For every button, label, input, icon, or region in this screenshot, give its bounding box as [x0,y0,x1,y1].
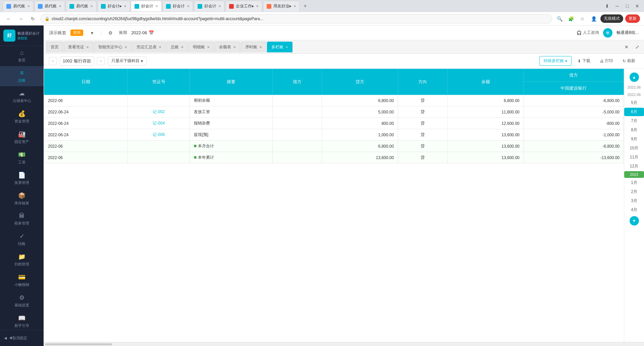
back-button[interactable]: ← [4,14,13,23]
minimize-button[interactable]: ─ [613,2,621,10]
close-window-button[interactable]: ✕ [633,2,641,10]
rp-down-arrow[interactable]: ▼ [630,216,639,226]
tab-home[interactable]: 首页 [46,42,63,52]
sidebar-item-guide[interactable]: 📖 新手引导 [0,311,44,330]
account-settings-icon[interactable]: ⚙ [106,28,115,38]
tab-close-voucher-summary[interactable]: ✕ [159,45,161,49]
user-avatar[interactable]: 畅 [603,28,612,38]
sidebar-item-invoice[interactable]: 📄 发票管理 [0,168,44,189]
tab-close-4[interactable]: ✕ [124,4,126,8]
cell-voucher[interactable]: 记-006 [128,129,190,141]
tab-multi-column[interactable]: 多栏账 ✕ [267,42,292,52]
sidebar-item-payroll[interactable]: 💵 工资 [0,148,44,168]
bookmark-icon[interactable]: ☆ [578,14,587,23]
sidebar-item-tax[interactable]: 🏛 税务管理 [0,209,44,229]
rp-up-arrow[interactable]: ▲ [630,72,639,82]
page-tab-bar: 首页 查看凭证 ✕ 智能凭证中心 ✕ 凭证汇总表 ✕ 总账 ✕ 明细账 ✕ [44,40,644,54]
tab-journal[interactable]: 序时账 ✕ [241,42,266,52]
rp-month-2023-1[interactable]: 1月 [624,179,644,187]
cell-voucher[interactable]: 记-002 [128,106,190,118]
sidebar-item-ledger[interactable]: ≡ 总账 [0,66,44,86]
new-tab-button[interactable]: + [301,1,310,11]
rp-month-2023-2[interactable]: 2月 [624,188,644,196]
tab-balance[interactable]: 余额表 ✕ [215,42,240,52]
sidebar-item-close[interactable]: ✓ 结账 [0,229,44,250]
browser-tab-8[interactable]: 企业工作▸ ✕ [225,1,262,11]
browser-tab-5[interactable]: 好会计 ✕ [131,1,162,11]
restore-button[interactable]: □ [623,2,631,10]
tab-list-button[interactable]: ⬇ [603,2,611,10]
tab-close-journal[interactable]: ✕ [259,45,262,49]
rp-month-7[interactable]: 7月 [624,117,644,125]
tab-close-1[interactable]: ✕ [27,4,30,8]
tab-close-multi-column[interactable]: ✕ [285,45,288,49]
rp-month-2023-4[interactable]: 4月 [624,206,644,214]
demo-dropdown[interactable]: ▾ [87,28,97,38]
period-selector[interactable]: 2022-06 📅 [131,30,154,35]
browser-tab-7[interactable]: 好会计 ✕ [194,1,225,11]
browser-tab-2[interactable]: 易代账 ✕ [34,1,65,11]
print-button[interactable]: 🖨 打印 [596,56,616,65]
bottom-scrollbar[interactable] [44,342,644,346]
tab-close-6[interactable]: ✕ [187,4,190,8]
profile-icon[interactable]: 👤 [589,14,598,23]
close-tab-panel-button[interactable]: ✕ [623,43,631,51]
rp-month-6[interactable]: 6月 [624,108,644,116]
rp-month-2023-3[interactable]: 3月 [624,197,644,205]
rp-month-11[interactable]: 11月 [624,153,644,161]
refresh-button[interactable]: ↻ [28,14,38,23]
account-selector[interactable]: 1002 银行存款 [60,56,94,66]
tab-close-7[interactable]: ✕ [218,4,221,8]
sidebar-item-reports[interactable]: ☁ 云报表中心 [0,86,44,107]
tab-close-balance[interactable]: ✕ [233,45,236,49]
refresh-button[interactable]: ↻ 刷新 [619,56,639,65]
tab-general-ledger[interactable]: 总账 ✕ [166,42,188,52]
tab-close-8[interactable]: ✕ [256,4,259,8]
tab-close-detail-ledger[interactable]: ✕ [207,45,210,49]
browser-tab-3[interactable]: 易代账 ✕ [66,1,97,11]
prev-account-button[interactable]: ‹ [49,57,57,65]
special-multi-column-button[interactable]: 特殊多栏账 ▾ [539,56,572,66]
sidebar-item-funds[interactable]: 💰 资金管理 [0,107,44,127]
tab-detail-ledger[interactable]: 明细账 ✕ [189,42,214,52]
tab-close-view-voucher[interactable]: ✕ [86,45,89,49]
browser-tab-4[interactable]: 好会计▸ ✕ [97,1,130,11]
maximize-tab-panel-button[interactable]: ⤢ [633,43,641,51]
browser-tab-6[interactable]: 好会计 ✕ [162,1,193,11]
tab-close-9[interactable]: ✕ [293,4,296,8]
next-account-button[interactable]: › [97,57,105,65]
pin-sidebar-button[interactable]: ◀ ◀取消固定 [0,333,44,343]
tab-close-2[interactable]: ✕ [59,4,61,8]
browser-tab-1[interactable]: 易代账 ✕ [3,1,34,11]
cell-voucher[interactable]: 记-004 [128,118,190,129]
sub-account-filter[interactable]: 只显示下级科目 ▾ [108,56,147,65]
sidebar-item-archive[interactable]: 📁 归档管理 [0,250,44,270]
rp-month-9[interactable]: 9月 [624,135,644,143]
tab-close-smart-voucher[interactable]: ✕ [124,45,127,49]
tab-close-5[interactable]: ✕ [155,4,158,8]
sidebar-item-home[interactable]: ⌂ 首页 [0,46,44,66]
download-button[interactable]: ⬇ 下载 [574,56,594,65]
tab-close-general-ledger[interactable]: ✕ [181,45,183,49]
browser-tab-9[interactable]: 用友好业▸ ✕ [263,1,300,11]
sidebar-item-expense[interactable]: 💳 小畅报销 [0,270,44,291]
tab-close-3[interactable]: ✕ [90,4,93,8]
sidebar-item-inventory[interactable]: 📦 库存核算 [0,189,44,209]
search-icon[interactable]: 🔍 [555,14,564,23]
rp-month-12[interactable]: 12月 [624,162,644,170]
url-bar[interactable]: 🔒 cloud2.chanjet.com/accounting/uh26t264… [40,14,552,23]
scrollbar-thumb[interactable] [45,343,112,345]
tab-view-voucher[interactable]: 查看凭证 ✕ [64,42,93,52]
update-button[interactable]: 更新 [625,14,640,23]
tab-voucher-summary[interactable]: 凭证汇总表 ✕ [132,42,166,52]
rp-month-8[interactable]: 8月 [624,126,644,134]
rp-month-5[interactable]: 5月 [624,99,644,107]
sidebar-item-settings[interactable]: ⚙ 基础设置 [0,291,44,311]
wuhen-button[interactable]: 无痕模式 [600,14,623,23]
extension-icon[interactable]: 🧩 [566,14,576,23]
sidebar-item-assets[interactable]: 🏭 固定资产 [0,127,44,148]
consult-button[interactable]: 🎧 人工咨询 [577,30,599,36]
forward-button[interactable]: → [16,14,25,23]
tab-smart-voucher[interactable]: 智能凭证中心 ✕ [94,42,131,52]
rp-month-10[interactable]: 10月 [624,144,644,152]
